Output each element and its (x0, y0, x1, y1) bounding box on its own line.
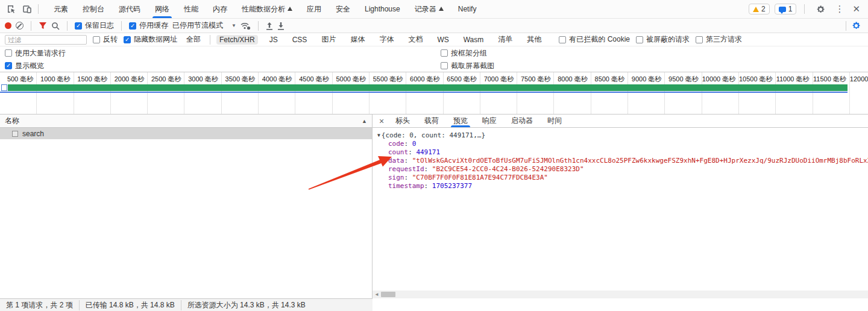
search-network-icon[interactable] (51, 22, 60, 30)
panel-tab[interactable]: 内存 (206, 0, 234, 18)
scrollbar-thumb[interactable] (381, 292, 395, 297)
panel-tab[interactable]: 应用 (300, 0, 329, 18)
toolbar-separator (121, 21, 122, 31)
inspect-element-icon[interactable] (4, 2, 19, 16)
filter-type-pill[interactable]: 图片 (318, 34, 339, 45)
filter-type-pill[interactable]: WS (434, 35, 451, 45)
network-overview-timeline[interactable]: 500 毫秒1000 毫秒1500 毫秒2000 毫秒2500 毫秒3000 毫… (0, 72, 868, 115)
panel-tab-label: 记录器 (415, 4, 436, 14)
disable-cache-checkbox[interactable]: 停用缓存 (129, 20, 168, 31)
toolbar-right-cluster: 2 1 ⋮ ✕ (749, 2, 864, 16)
panel-tab[interactable]: 性能 (177, 0, 206, 18)
timeline-tick-label: 2500 毫秒 (148, 72, 184, 114)
panel-tab-label: 内存 (213, 4, 227, 14)
preview-root-line[interactable]: ▼{code: 0, count: 449171,…} (377, 131, 868, 140)
request-name: search (22, 130, 44, 138)
filter-type-pill[interactable]: 字体 (376, 34, 397, 45)
timeline-tick-label: 5500 毫秒 (370, 72, 406, 114)
preview-property-line[interactable]: data: "tOlWskGAcviXt0rdOEToBfUsGM7uFiSJM… (377, 157, 868, 165)
panel-tab[interactable]: 源代码 (112, 0, 148, 18)
settings-gear-icon[interactable] (813, 2, 828, 16)
preview-property-line[interactable]: sign: "C70BF7F0F0F81E81A7E94C77FDCB4E3A" (377, 174, 868, 182)
timeline-tick-label: 10000 毫秒 (702, 72, 739, 114)
filter-type-pill[interactable]: 其他 (524, 34, 544, 45)
show-overview-checkbox[interactable]: 显示概览 (5, 61, 44, 71)
panel-tab[interactable]: 性能数据分析 (234, 0, 300, 18)
details-horizontal-scrollbar[interactable]: ◄ (373, 291, 868, 298)
detail-tab-label: 载荷 (424, 116, 439, 126)
panel-tab-label: 性能 (184, 4, 198, 14)
import-har-icon[interactable] (266, 22, 273, 30)
network-settings-gear-icon[interactable] (849, 21, 863, 30)
timeline-tick-label: 6000 毫秒 (406, 72, 443, 114)
timeline-tick-label: 8000 毫秒 (554, 72, 591, 114)
detail-tab-label: 时间 (547, 116, 562, 126)
toolbar-separator (258, 21, 259, 31)
preview-property-line[interactable]: count: 449171 (377, 148, 868, 157)
invert-filter-checkbox[interactable]: 反转 (93, 34, 118, 45)
requests-table-body: search (0, 128, 372, 139)
issues-badge[interactable]: 1 (775, 4, 797, 14)
panel-tab[interactable]: Netify (451, 0, 484, 18)
close-details-icon[interactable]: × (375, 115, 388, 127)
scroll-left-arrow-icon[interactable]: ◄ (373, 292, 381, 297)
blocked-requests-checkbox[interactable]: 被屏蔽的请求 (636, 34, 690, 45)
experiment-warning-icon (439, 7, 444, 11)
export-har-icon[interactable] (277, 22, 285, 30)
record-network-log-icon[interactable] (5, 22, 11, 29)
filter-funnel-icon[interactable] (39, 22, 47, 30)
more-options-icon[interactable]: ⋮ (833, 4, 846, 14)
preview-property-line[interactable]: timestamp: 1705237377 (377, 182, 868, 190)
detail-tab[interactable]: 启动器 (504, 115, 540, 127)
detail-tab[interactable]: 预览 (446, 115, 475, 127)
capture-screenshots-checkbox[interactable]: 截取屏幕截图 (441, 61, 494, 71)
checkbox-unchecked-icon (441, 62, 448, 69)
key-value-separator: : (424, 165, 432, 173)
preview-properties: code: 0 count: 449171 data: "tOlWskGAcvi… (377, 140, 868, 190)
panel-tab-label: 安全 (336, 4, 350, 14)
filter-type-pill[interactable]: 媒体 (347, 34, 368, 45)
big-request-rows-checkbox[interactable]: 使用大量请求行 (5, 48, 66, 58)
close-devtools-icon[interactable]: ✕ (851, 4, 862, 14)
filter-type-pill[interactable]: JS (266, 35, 281, 45)
checkbox-unchecked-icon (93, 36, 100, 43)
panel-tab[interactable]: Lighthouse (357, 0, 407, 18)
group-by-frame-checkbox[interactable]: 按框架分组 (441, 48, 487, 58)
warnings-badge[interactable]: 2 (749, 4, 770, 14)
overview-response-bar (8, 84, 848, 91)
network-conditions-icon[interactable] (241, 22, 251, 30)
panel-tab[interactable]: 安全 (329, 0, 357, 18)
filter-type-pill[interactable]: CSS (289, 35, 310, 45)
throttling-dropdown[interactable]: 已停用节流模式 ▼ (172, 20, 236, 31)
detail-tab-label: 启动器 (511, 116, 533, 126)
third-party-checkbox[interactable]: 第三方请求 (696, 34, 742, 45)
preserve-log-checkbox[interactable]: 保留日志 (75, 20, 114, 31)
detail-tab[interactable]: 时间 (540, 115, 569, 127)
detail-tab[interactable]: 响应 (475, 115, 504, 127)
panel-tab[interactable]: 控制台 (75, 0, 112, 18)
filter-input[interactable] (5, 35, 87, 45)
detail-tab[interactable]: 标头 (388, 115, 417, 127)
filter-type-all[interactable]: 全部 (183, 34, 204, 45)
clear-network-log-icon[interactable] (16, 22, 24, 30)
preview-property-line[interactable]: requestId: "B2C9CE54-2CC0-4C24-B026-5242… (377, 165, 868, 174)
hide-data-urls-checkbox[interactable]: 隐藏数据网址 (124, 34, 177, 45)
panel-tab[interactable]: 网络 (148, 0, 177, 18)
device-toolbar-icon[interactable] (19, 2, 35, 16)
throttling-value: 已停用节流模式 (172, 20, 223, 31)
filter-type-pill[interactable]: Wasm (461, 35, 487, 45)
detail-tab[interactable]: 载荷 (417, 115, 446, 127)
panel-tab[interactable]: 元素 (46, 0, 75, 18)
preview-property-line[interactable]: code: 0 (377, 140, 868, 148)
requests-table-header[interactable]: 名称 ▲ (0, 115, 372, 128)
expand-triangle-icon[interactable]: ▼ (377, 131, 380, 140)
filter-type-pill[interactable]: 清单 (495, 34, 515, 45)
issues-count: 1 (788, 5, 793, 13)
filter-type-pill[interactable]: Fetch/XHR (216, 35, 258, 45)
panel-tab[interactable]: 记录器 (407, 0, 451, 18)
request-row[interactable]: search (0, 128, 372, 139)
timeline-tick-label: 500 毫秒 (0, 72, 37, 114)
panel-tab-label: 元素 (54, 4, 68, 14)
filter-type-pill[interactable]: 文档 (405, 34, 426, 45)
blocked-cookies-checkbox[interactable]: 有已拦截的 Cookie (559, 34, 630, 45)
